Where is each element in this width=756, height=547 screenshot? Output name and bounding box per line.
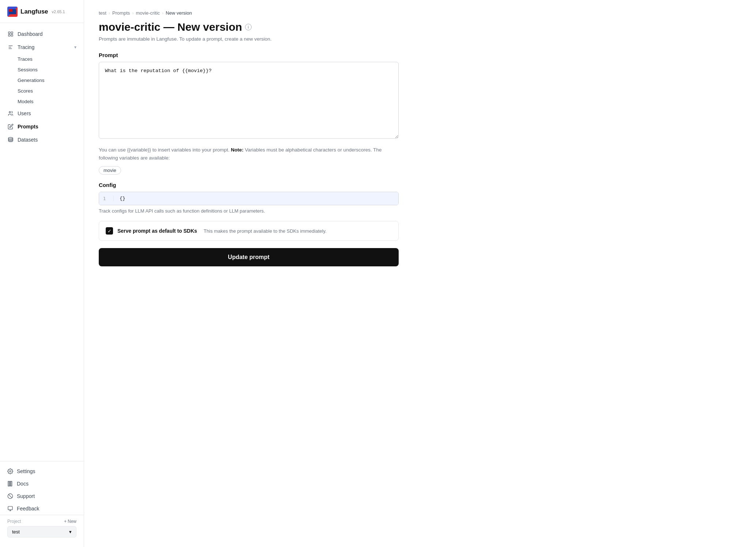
support-icon bbox=[7, 493, 13, 499]
project-section: Project + New test ▾ bbox=[0, 515, 84, 543]
sidebar-item-users-label: Users bbox=[18, 110, 31, 116]
sidebar-item-feedback-label: Feedback bbox=[17, 506, 39, 512]
app-logo-icon bbox=[7, 7, 18, 17]
svg-rect-3 bbox=[8, 32, 10, 34]
svg-rect-1 bbox=[9, 9, 12, 12]
svg-rect-13 bbox=[8, 481, 9, 486]
sidebar-item-tracing[interactable]: Tracing ▾ bbox=[0, 41, 84, 54]
settings-icon bbox=[7, 468, 13, 474]
new-project-button[interactable]: + New bbox=[64, 519, 76, 524]
config-hint: Track configs for LLM API calls such as … bbox=[99, 208, 399, 214]
svg-rect-17 bbox=[8, 506, 12, 510]
svg-point-11 bbox=[8, 137, 13, 139]
serve-sdk-box: ✓ Serve prompt as default to SDKs This m… bbox=[99, 221, 399, 241]
prompt-textarea[interactable]: What is the reputation of {{movie}}? bbox=[99, 62, 399, 139]
sidebar-item-tracing-label: Tracing bbox=[18, 44, 34, 50]
sidebar-item-feedback[interactable]: Feedback bbox=[0, 502, 84, 515]
svg-rect-14 bbox=[10, 481, 11, 486]
app-name: Langfuse bbox=[20, 8, 48, 15]
breadcrumb-sep-3: › bbox=[162, 11, 163, 16]
page-title: movie-critic — New version i bbox=[99, 21, 399, 33]
docs-icon bbox=[7, 481, 13, 487]
page-title-info-icon[interactable]: i bbox=[245, 24, 252, 30]
sidebar-item-support-label: Support bbox=[17, 493, 35, 499]
tracing-icon bbox=[7, 44, 14, 50]
config-line-number: 1 bbox=[99, 196, 114, 201]
tracing-chevron-icon: ▾ bbox=[74, 45, 76, 50]
svg-rect-15 bbox=[11, 481, 12, 486]
breadcrumb-sep-1: › bbox=[109, 11, 110, 16]
serve-sdk-label: Serve prompt as default to SDKs bbox=[117, 228, 197, 234]
sidebar-item-docs[interactable]: Docs bbox=[0, 477, 84, 490]
sidebar-item-settings[interactable]: Settings bbox=[0, 465, 84, 477]
main-content: test › Prompts › movie-critic › New vers… bbox=[84, 0, 756, 547]
sidebar-item-models[interactable]: Models bbox=[0, 96, 84, 107]
svg-rect-4 bbox=[11, 32, 13, 34]
sidebar: Langfuse v2.65.1 Dashboard Tracing ▾ bbox=[0, 0, 84, 547]
sidebar-item-users[interactable]: Users bbox=[0, 107, 84, 120]
svg-point-12 bbox=[10, 471, 11, 472]
sidebar-item-sessions[interactable]: Sessions bbox=[0, 64, 84, 75]
serve-sdk-checkbox[interactable]: ✓ bbox=[106, 227, 113, 235]
app-version: v2.65.1 bbox=[52, 10, 65, 14]
sidebar-item-dashboard[interactable]: Dashboard bbox=[0, 27, 84, 41]
svg-point-10 bbox=[9, 112, 11, 113]
sidebar-nav: Dashboard Tracing ▾ Traces Sessions Gene… bbox=[0, 23, 84, 461]
breadcrumb-project[interactable]: test bbox=[99, 10, 106, 16]
breadcrumb-current: New version bbox=[166, 10, 192, 16]
sidebar-item-support[interactable]: Support bbox=[0, 490, 84, 502]
sidebar-item-generations[interactable]: Generations bbox=[0, 75, 84, 86]
config-editor[interactable]: 1 {} bbox=[99, 192, 399, 205]
sidebar-item-prompts-label: Prompts bbox=[18, 124, 38, 130]
dashboard-icon bbox=[7, 31, 14, 37]
update-prompt-button[interactable]: Update prompt bbox=[99, 248, 399, 266]
svg-rect-6 bbox=[11, 34, 13, 36]
serve-sdk-hint: This makes the prompt available to the S… bbox=[204, 228, 327, 234]
project-label-text: Project bbox=[7, 519, 21, 524]
config-section-label: Config bbox=[99, 182, 399, 188]
page-subtitle: Prompts are immutable in Langfuse. To up… bbox=[99, 36, 399, 42]
sidebar-item-docs-label: Docs bbox=[17, 481, 29, 487]
prompt-section-label: Prompt bbox=[99, 52, 399, 58]
variable-badge: movie bbox=[99, 166, 121, 175]
config-line-content: {} bbox=[114, 196, 131, 201]
sidebar-bottom: Settings Docs Support bbox=[0, 461, 84, 547]
feedback-icon bbox=[7, 506, 13, 512]
sidebar-item-prompts[interactable]: Prompts bbox=[0, 120, 84, 133]
breadcrumb-prompt-name[interactable]: movie-critic bbox=[136, 10, 160, 16]
users-icon bbox=[7, 110, 14, 117]
sidebar-item-scores[interactable]: Scores bbox=[0, 86, 84, 96]
sidebar-item-dashboard-label: Dashboard bbox=[18, 31, 43, 37]
prompts-icon bbox=[7, 123, 14, 130]
sidebar-item-settings-label: Settings bbox=[17, 468, 35, 474]
variables-info: You can use {{variable}} to insert varia… bbox=[99, 146, 399, 162]
sidebar-item-traces[interactable]: Traces bbox=[0, 54, 84, 64]
svg-rect-2 bbox=[12, 12, 16, 14]
breadcrumb-prompts[interactable]: Prompts bbox=[112, 10, 130, 16]
datasets-icon bbox=[7, 136, 14, 143]
project-label-row: Project + New bbox=[7, 519, 76, 524]
project-chevron-icon: ▾ bbox=[69, 529, 72, 535]
breadcrumb: test › Prompts › movie-critic › New vers… bbox=[99, 10, 399, 16]
config-line-1: 1 {} bbox=[99, 192, 398, 205]
svg-rect-5 bbox=[8, 34, 10, 36]
sidebar-item-datasets-label: Datasets bbox=[18, 137, 38, 143]
project-selector[interactable]: test ▾ bbox=[7, 526, 76, 537]
sidebar-logo: Langfuse v2.65.1 bbox=[0, 0, 84, 23]
breadcrumb-sep-2: › bbox=[132, 11, 133, 16]
sidebar-item-datasets[interactable]: Datasets bbox=[0, 133, 84, 146]
